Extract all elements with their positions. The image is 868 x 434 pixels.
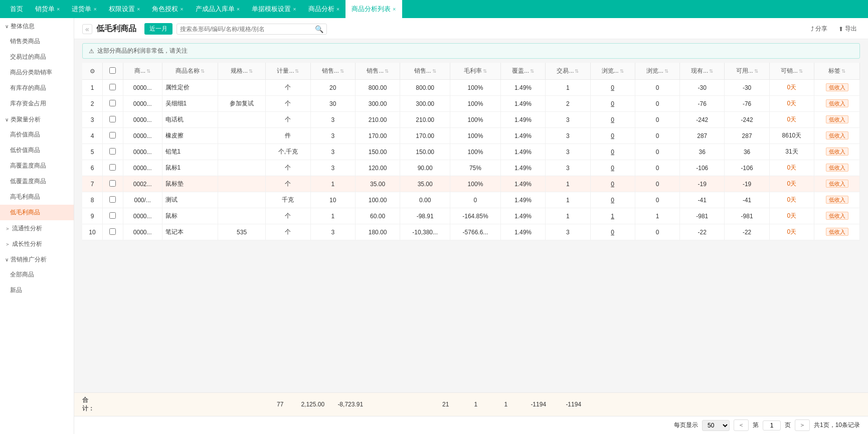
row-select-checkbox[interactable] bbox=[109, 180, 116, 187]
sidebar-item-high-margin[interactable]: 高毛利商品 bbox=[0, 189, 74, 205]
row-checkbox[interactable] bbox=[103, 176, 123, 192]
sidebar-item-high-value[interactable]: 高价值商品 bbox=[0, 127, 74, 142]
th-available[interactable]: 可用...⇅ bbox=[725, 63, 769, 80]
close-icon[interactable]: × bbox=[57, 6, 60, 12]
row-views1[interactable]: 0 bbox=[590, 160, 635, 176]
row-views1[interactable]: 0 bbox=[590, 112, 635, 128]
th-spec[interactable]: 规格...⇅ bbox=[218, 63, 266, 80]
row-select-checkbox[interactable] bbox=[109, 164, 116, 171]
row-checkbox[interactable] bbox=[103, 224, 123, 240]
row-views1[interactable]: 0 bbox=[590, 176, 635, 192]
close-icon[interactable]: × bbox=[180, 6, 183, 12]
row-checkbox[interactable] bbox=[103, 160, 123, 176]
sidebar-item-low-coverage[interactable]: 低覆盖度商品 bbox=[0, 174, 74, 189]
sidebar-item-traded-products[interactable]: 交易过的商品 bbox=[0, 49, 74, 65]
sidebar-item-low-margin[interactable]: 低毛利商品 bbox=[0, 205, 74, 220]
row-name: 鼠标 bbox=[162, 208, 218, 224]
row-views1[interactable]: 1 bbox=[590, 208, 635, 224]
page-number-input[interactable] bbox=[763, 420, 781, 430]
close-icon[interactable]: × bbox=[293, 6, 296, 12]
sidebar-item-sales-products[interactable]: 销售类商品 bbox=[0, 34, 74, 49]
th-saleable[interactable]: 可销...⇅ bbox=[769, 63, 814, 80]
th-stock[interactable]: 现有...⇅ bbox=[680, 63, 725, 80]
search-icon[interactable]: 🔍 bbox=[315, 25, 323, 33]
row-select-checkbox[interactable] bbox=[109, 148, 116, 155]
share-button[interactable]: ⤴ 分享 bbox=[808, 23, 830, 35]
th-name[interactable]: 商品名称⇅ bbox=[162, 63, 218, 80]
row-select-checkbox[interactable] bbox=[109, 212, 116, 219]
th-sales-qty[interactable]: 销售...⇅ bbox=[310, 63, 355, 80]
close-icon[interactable]: × bbox=[393, 6, 396, 12]
row-views1[interactable]: 0 bbox=[590, 224, 635, 240]
nav-product-analysis-list[interactable]: 商品分析列表 × bbox=[345, 0, 402, 18]
th-margin[interactable]: 毛利率⇅ bbox=[450, 63, 501, 80]
close-icon[interactable]: × bbox=[237, 6, 240, 12]
nav-home[interactable]: 首页 bbox=[4, 0, 29, 18]
th-sales-profit[interactable]: 销售...⇅ bbox=[400, 63, 450, 80]
next-page-button[interactable]: ＞ bbox=[795, 419, 810, 431]
page-size-select[interactable]: 50 100 200 bbox=[702, 420, 730, 431]
th-sales-amt[interactable]: 销售...⇅ bbox=[355, 63, 400, 80]
row-checkbox[interactable] bbox=[103, 144, 123, 160]
row-stock: -22 bbox=[680, 224, 725, 240]
close-icon[interactable]: × bbox=[137, 6, 140, 12]
sidebar-section-marketing[interactable]: ∨ 营销推广分析 bbox=[0, 251, 74, 267]
th-views1[interactable]: 浏览...⇅ bbox=[590, 63, 635, 80]
row-views1[interactable]: 0 bbox=[590, 96, 635, 112]
search-input[interactable] bbox=[180, 26, 315, 33]
row-views1[interactable]: 0 bbox=[590, 144, 635, 160]
nav-sales-order[interactable]: 销货单 × bbox=[29, 0, 66, 18]
sidebar-section-overall[interactable]: ∨ 整体信息 bbox=[0, 18, 74, 34]
row-select-checkbox[interactable] bbox=[109, 132, 116, 138]
th-unit[interactable]: 计量...⇅ bbox=[266, 63, 310, 80]
sidebar-section-growth[interactable]: ＞ 成长性分析 bbox=[0, 236, 74, 251]
th-coverage[interactable]: 覆盖...⇅ bbox=[500, 63, 545, 80]
row-views1[interactable]: 0 bbox=[590, 192, 635, 208]
nav-purchase-order[interactable]: 进货单 × bbox=[66, 0, 102, 18]
row-views1[interactable]: 0 bbox=[590, 128, 635, 144]
collapse-sidebar-button[interactable]: « bbox=[82, 24, 92, 34]
row-select-checkbox[interactable] bbox=[109, 84, 116, 90]
close-icon[interactable]: × bbox=[336, 6, 339, 12]
row-checkbox[interactable] bbox=[103, 96, 123, 112]
row-checkbox[interactable] bbox=[103, 208, 123, 224]
nav-product-in[interactable]: 产成品入库单 × bbox=[190, 0, 246, 18]
sidebar-item-stocked-products[interactable]: 有库存的商品 bbox=[0, 80, 74, 96]
th-tag[interactable]: 标签⇅ bbox=[814, 63, 860, 80]
sidebar-section-liquidity[interactable]: ＞ 流通性分析 bbox=[0, 220, 74, 236]
sidebar-item-high-coverage[interactable]: 高覆盖度商品 bbox=[0, 158, 74, 174]
row-select-checkbox[interactable] bbox=[109, 116, 116, 122]
close-icon[interactable]: × bbox=[93, 6, 96, 12]
nav-template-settings[interactable]: 单据模板设置 × bbox=[246, 0, 302, 18]
export-button[interactable]: ⬆ 导出 bbox=[835, 23, 860, 35]
row-select-checkbox[interactable] bbox=[109, 228, 116, 235]
row-select-checkbox[interactable] bbox=[109, 196, 116, 203]
sidebar-section-cluster[interactable]: ∨ 类聚量分析 bbox=[0, 111, 74, 127]
main-layout: ∨ 整体信息 销售类商品 交易过的商品 商品分类助销率 有库存的商品 库存资金占… bbox=[0, 18, 868, 434]
time-filter-button[interactable]: 近一月 bbox=[144, 23, 172, 35]
th-views2[interactable]: 浏览...⇅ bbox=[635, 63, 679, 80]
sidebar-item-all-products[interactable]: 全部商品 bbox=[0, 267, 74, 282]
sidebar-item-new-products[interactable]: 新品 bbox=[0, 282, 74, 298]
row-checkbox[interactable] bbox=[103, 80, 123, 96]
sidebar-item-inventory-capital[interactable]: 库存资金占用 bbox=[0, 96, 74, 111]
row-checkbox[interactable] bbox=[103, 128, 123, 144]
nav-role-auth[interactable]: 角色授权 × bbox=[146, 0, 189, 18]
select-all-checkbox[interactable] bbox=[109, 67, 116, 74]
sidebar-item-category-sales-rate[interactable]: 商品分类助销率 bbox=[0, 65, 74, 80]
nav-permission[interactable]: 权限设置 × bbox=[103, 0, 146, 18]
row-views1[interactable]: 0 bbox=[590, 80, 635, 96]
th-transactions[interactable]: 交易...⇅ bbox=[546, 63, 590, 80]
row-checkbox[interactable] bbox=[103, 112, 123, 128]
th-code[interactable]: 商...⇅ bbox=[123, 63, 162, 80]
row-select-checkbox[interactable] bbox=[109, 100, 116, 106]
row-code: 000/... bbox=[123, 192, 162, 208]
row-code: 0000... bbox=[123, 96, 162, 112]
search-box: 🔍 bbox=[177, 24, 327, 35]
nav-product-analysis[interactable]: 商品分析 × bbox=[302, 0, 345, 18]
th-checkbox[interactable] bbox=[103, 63, 123, 80]
sidebar-item-low-value[interactable]: 低价值商品 bbox=[0, 142, 74, 158]
th-settings[interactable]: ⚙ bbox=[82, 63, 103, 80]
row-checkbox[interactable] bbox=[103, 192, 123, 208]
prev-page-button[interactable]: ＜ bbox=[734, 419, 749, 431]
